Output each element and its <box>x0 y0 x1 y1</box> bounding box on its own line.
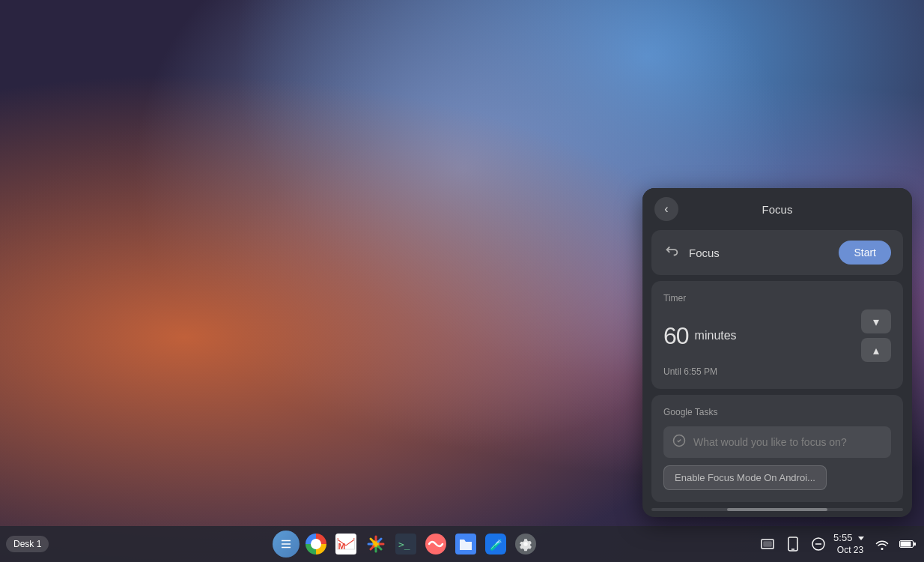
svg-rect-23 <box>901 541 911 546</box>
datetime-display[interactable]: 5:55 Oct 23 <box>833 532 867 556</box>
taskbar-photos[interactable] <box>362 531 389 558</box>
taskbar-app-wavy[interactable] <box>422 531 449 558</box>
start-button[interactable]: Start <box>839 241 891 265</box>
focus-mode-label: Focus <box>689 247 839 259</box>
wifi-icon[interactable] <box>872 534 893 555</box>
taskbar-files[interactable] <box>452 531 479 558</box>
svg-rect-16 <box>764 542 771 546</box>
enable-focus-mode-button[interactable]: Enable Focus Mode On Androi... <box>663 465 827 490</box>
taskbar-settings[interactable] <box>512 531 539 558</box>
date-display: Oct 23 <box>833 545 867 557</box>
taskbar-terminal[interactable]: >_ <box>392 531 419 558</box>
tasks-section-label: Google Tasks <box>663 407 891 417</box>
chevron-up-icon: ▴ <box>873 343 879 357</box>
svg-point-14 <box>523 542 528 546</box>
task-input-row[interactable]: What would you like to focus on? <box>663 426 891 458</box>
desk-label[interactable]: Desk 1 <box>6 536 49 552</box>
taskbar: Desk 1 M <box>0 526 924 562</box>
taskbar-lab[interactable]: 🧪 <box>482 531 509 558</box>
timer-row: 60 minutes ▾ ▴ <box>663 309 891 362</box>
task-input-placeholder: What would you like to focus on? <box>693 436 847 448</box>
focus-panel-title: Focus <box>687 203 867 216</box>
task-circle-icon <box>672 434 686 450</box>
svg-rect-24 <box>914 543 916 546</box>
taskbar-chrome[interactable] <box>303 531 329 558</box>
timer-decrement-button[interactable]: ▾ <box>861 309 891 333</box>
svg-marker-21 <box>858 537 864 540</box>
panel-scrollbar-thumb <box>727 508 827 511</box>
focus-header: ‹ Focus <box>642 188 912 230</box>
timer-controls: ▾ ▴ <box>861 309 891 362</box>
timer-unit: minutes <box>695 329 855 342</box>
svg-text:🧪: 🧪 <box>490 539 503 552</box>
timer-label: Timer <box>663 293 891 303</box>
battery-icon[interactable] <box>897 534 918 555</box>
chrome-icon <box>306 534 326 555</box>
focus-mode-icon <box>663 243 680 263</box>
phone-tray-icon[interactable] <box>782 534 803 555</box>
timer-increment-button[interactable]: ▴ <box>861 338 891 362</box>
taskbar-apps: M >_ <box>55 531 757 558</box>
timer-value: 60 <box>663 322 689 350</box>
back-button[interactable]: ‹ <box>654 197 678 221</box>
clock-display: 5:55 <box>833 532 867 545</box>
taskbar-gmail[interactable]: M <box>332 531 359 558</box>
taskbar-right: 5:55 Oct 23 <box>757 532 918 556</box>
timer-until: Until 6:55 PM <box>663 366 891 377</box>
taskbar-launcher[interactable] <box>273 531 300 558</box>
tasks-section: Google Tasks What would you like to focu… <box>651 395 903 502</box>
svg-text:>_: >_ <box>398 539 410 550</box>
svg-text:M: M <box>338 541 346 551</box>
screenshot-tray-icon[interactable] <box>757 534 778 555</box>
chevron-down-icon: ▾ <box>873 315 879 329</box>
back-icon: ‹ <box>664 202 668 216</box>
focus-mode-row: Focus Start <box>651 230 903 275</box>
dnd-tray-icon[interactable] <box>808 534 829 555</box>
focus-panel: ‹ Focus Focus Start Timer 60 minutes ▾ ▴ <box>642 188 912 517</box>
timer-section: Timer 60 minutes ▾ ▴ Until 6:55 PM <box>651 281 903 389</box>
panel-scrollbar <box>651 508 903 511</box>
